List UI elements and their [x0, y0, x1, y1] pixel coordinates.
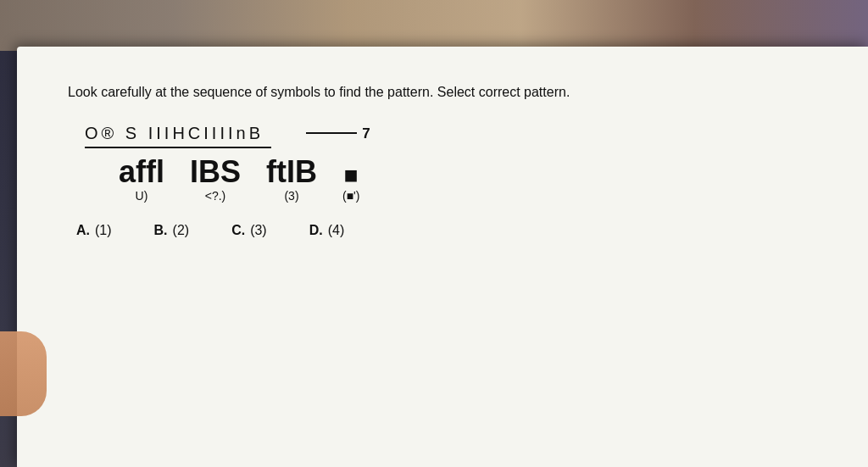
answer-d-letter: D.	[309, 223, 323, 238]
answer-d-value: (4)	[328, 223, 345, 238]
top-decorative-bar	[0, 0, 868, 51]
option-2-symbol: IBS	[190, 157, 241, 187]
option-3-symbol: ftIB	[266, 157, 317, 187]
answer-b: B. (2)	[154, 223, 190, 238]
option-3-label: (3)	[284, 189, 298, 203]
option-3: ftIB (3)	[266, 157, 317, 203]
sequence-symbols: O® S IIIHCIIIInB 7	[85, 124, 817, 143]
answer-a: A. (1)	[76, 223, 112, 238]
options-row: affl U) IBS <?.) ftIB (3) ■ (■')	[119, 157, 817, 203]
question-text: Look carefully at the sequence of symbol…	[68, 81, 817, 103]
answer-c: C. (3)	[231, 223, 267, 238]
option-1-symbol: affl	[119, 157, 164, 187]
option-1-label: U)	[136, 189, 148, 203]
answer-b-value: (2)	[173, 223, 190, 238]
option-4-symbol: ■	[344, 164, 359, 187]
option-4: ■ (■')	[342, 164, 359, 203]
sequence-dash	[306, 132, 357, 134]
paper-sheet: Look carefully at the sequence of symbol…	[17, 47, 868, 467]
option-1: affl U)	[119, 157, 164, 203]
answer-a-letter: A.	[76, 223, 90, 238]
answer-d: D. (4)	[309, 223, 345, 238]
answer-c-letter: C.	[231, 223, 245, 238]
answers-row: A. (1) B. (2) C. (3) D. (4)	[76, 223, 817, 238]
dash-number: 7	[362, 125, 373, 142]
hand-element	[0, 331, 47, 416]
answer-b-letter: B.	[154, 223, 168, 238]
sequence-text: O® S IIIHCIIIInB	[85, 124, 264, 143]
answer-c-value: (3)	[250, 223, 267, 238]
option-2-label: <?.)	[205, 189, 226, 203]
sequence-underline	[85, 147, 271, 148]
sequence-area: O® S IIIHCIIIInB 7	[68, 124, 817, 148]
option-4-label: (■')	[342, 189, 359, 203]
option-2: IBS <?.)	[190, 157, 241, 203]
answer-a-value: (1)	[95, 223, 112, 238]
